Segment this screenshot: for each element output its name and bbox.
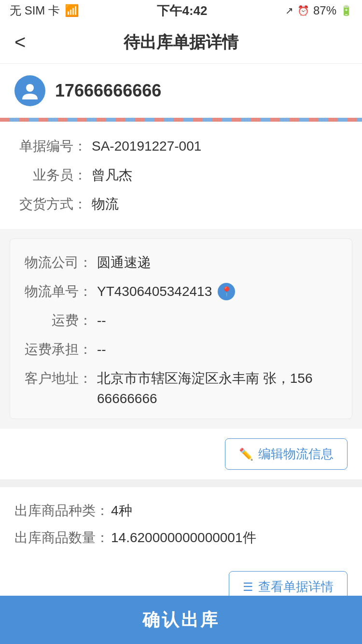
page-title: 待出库单据详情 — [124, 31, 238, 54]
status-right: ↗ ⏰ 87% 🔋 — [285, 4, 352, 17]
document-number-row: 单据编号： SA-20191227-001 — [14, 136, 348, 156]
address-row: 客户地址： 北京市市辖区海淀区永丰南 张，156 66666666 — [20, 368, 342, 409]
svg-point-0 — [26, 84, 34, 92]
logistics-company-row: 物流公司： 圆通速递 — [20, 252, 342, 273]
tracking-number-label: 物流单号： — [20, 281, 97, 302]
battery-text: 87% — [313, 4, 336, 17]
delivery-method-label: 交货方式： — [14, 194, 92, 214]
section-divider — [0, 479, 362, 487]
product-section: 出库商品种类： 4种 出库商品数量： 14.620000000000001件 — [0, 487, 362, 561]
logistics-company-label: 物流公司： — [20, 252, 97, 273]
delivery-method-row: 交货方式： 物流 — [14, 194, 348, 214]
document-number-value: SA-20191227-001 — [92, 136, 348, 156]
product-quantity-row: 出库商品数量： 14.620000000000001件 — [14, 529, 348, 547]
main-content: 17666666666 单据编号： SA-20191227-001 业务员： 曾… — [0, 64, 362, 644]
document-number-label: 单据编号： — [14, 136, 92, 156]
confirm-button-label: 确认出库 — [142, 608, 220, 632]
dashed-separator — [0, 118, 362, 122]
tracking-number-value-container: YT4306405342413 📍 — [97, 281, 342, 302]
address-value: 北京市市辖区海淀区永丰南 张，156 66666666 — [97, 368, 342, 409]
logistics-section: 物流公司： 圆通速递 物流单号： YT4306405342413 📍 运费： -… — [10, 238, 352, 419]
logistics-company-value: 圆通速递 — [97, 252, 342, 273]
freight-value: -- — [97, 310, 342, 331]
customer-phone: 17666666666 — [55, 81, 161, 101]
confirm-button[interactable]: 确认出库 — [0, 596, 362, 644]
freight-row: 运费： -- — [20, 310, 342, 331]
avatar — [14, 75, 45, 106]
back-icon: < — [14, 31, 26, 53]
status-left: 无 SIM 卡 📶 — [10, 3, 79, 18]
freight-bearer-value: -- — [97, 339, 342, 360]
customer-header: 17666666666 — [0, 64, 362, 118]
document-info-section: 单据编号： SA-20191227-001 业务员： 曾凡杰 交货方式： 物流 — [0, 122, 362, 229]
tracking-number-text: YT4306405342413 — [97, 281, 212, 302]
edit-icon: ✏️ — [239, 448, 253, 461]
gps-icon: ↗ — [285, 5, 293, 16]
tracking-number-row: 物流单号： YT4306405342413 📍 — [20, 281, 342, 302]
edit-logistics-wrapper: ✏️ 编辑物流信息 — [0, 429, 362, 479]
sales-person-value: 曾凡杰 — [92, 165, 348, 185]
sales-person-label: 业务员： — [14, 165, 92, 185]
location-icon[interactable]: 📍 — [218, 283, 235, 300]
alarm-icon: ⏰ — [297, 5, 309, 16]
person-icon — [20, 81, 40, 100]
view-detail-label: 查看单据详情 — [258, 578, 334, 595]
edit-logistics-button[interactable]: ✏️ 编辑物流信息 — [225, 438, 348, 470]
status-time: 下午4:42 — [157, 2, 207, 19]
product-types-label: 出库商品种类： — [14, 502, 111, 520]
sales-person-row: 业务员： 曾凡杰 — [14, 165, 348, 185]
freight-bearer-row: 运费承担： -- — [20, 339, 342, 360]
delivery-method-value: 物流 — [92, 194, 348, 214]
freight-label: 运费： — [20, 310, 97, 331]
battery-icon: 🔋 — [340, 5, 352, 16]
edit-logistics-label: 编辑物流信息 — [258, 446, 334, 462]
back-button[interactable]: < — [14, 31, 26, 53]
detail-icon: ☰ — [243, 580, 253, 594]
carrier-text: 无 SIM 卡 — [10, 3, 60, 18]
address-label: 客户地址： — [20, 368, 97, 389]
status-bar: 无 SIM 卡 📶 下午4:42 ↗ ⏰ 87% 🔋 — [0, 0, 362, 21]
wifi-icon: 📶 — [65, 4, 79, 17]
product-quantity-label: 出库商品数量： — [14, 529, 111, 547]
freight-bearer-label: 运费承担： — [20, 339, 97, 360]
product-types-row: 出库商品种类： 4种 — [14, 502, 348, 520]
product-types-value: 4种 — [111, 502, 132, 520]
product-quantity-value: 14.620000000000001件 — [111, 529, 256, 547]
nav-bar: < 待出库单据详情 — [0, 21, 362, 64]
